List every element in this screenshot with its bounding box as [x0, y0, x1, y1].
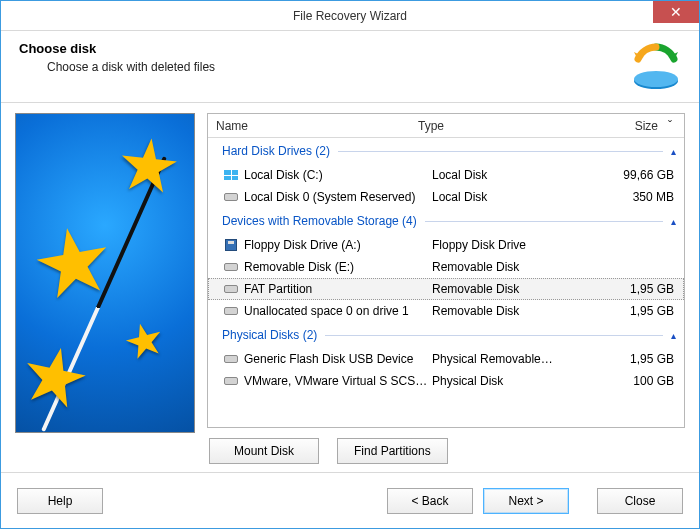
column-name[interactable]: Name: [208, 119, 418, 133]
disk-name: Local Disk 0 (System Reserved): [244, 190, 432, 204]
window-title: File Recovery Wizard: [293, 9, 407, 23]
disk-name: Floppy Disk Drive (A:): [244, 238, 432, 252]
disk-icon: [222, 190, 240, 204]
disk-panel: Name Type Size ˇ Hard Disk Drives (2)▴Lo…: [207, 113, 685, 464]
column-caret-icon: ˇ: [668, 119, 684, 133]
close-icon: ✕: [670, 4, 682, 20]
group-header[interactable]: Physical Disks (2)▴: [208, 322, 684, 348]
column-size[interactable]: Size: [558, 119, 668, 133]
wizard-header: Choose disk Choose a disk with deleted f…: [1, 31, 699, 103]
disk-row[interactable]: Floppy Disk Drive (A:)Floppy Disk Drive: [208, 234, 684, 256]
disk-size: 100 GB: [572, 374, 684, 388]
disk-name: Local Disk (C:): [244, 168, 432, 182]
wizard-body: ★ ★ ★ ★ Name Type Size ˇ Hard Disk Drive…: [1, 103, 699, 472]
disk-actions: Mount Disk Find Partitions: [207, 434, 685, 464]
wizard-illustration: ★ ★ ★ ★: [15, 113, 195, 433]
mount-disk-button[interactable]: Mount Disk: [209, 438, 319, 464]
chevron-up-icon: ▴: [671, 146, 676, 157]
disk-row[interactable]: Local Disk 0 (System Reserved)Local Disk…: [208, 186, 684, 208]
disk-name: Generic Flash Disk USB Device: [244, 352, 432, 366]
disk-type: Removable Disk: [432, 260, 572, 274]
help-button[interactable]: Help: [17, 488, 103, 514]
titlebar: File Recovery Wizard ✕: [1, 1, 699, 31]
group-label: Physical Disks (2): [222, 328, 317, 342]
grid-body[interactable]: Hard Disk Drives (2)▴Local Disk (C:)Loca…: [208, 138, 684, 427]
disk-icon: [222, 304, 240, 318]
disk-grid: Name Type Size ˇ Hard Disk Drives (2)▴Lo…: [207, 113, 685, 428]
disk-row[interactable]: Removable Disk (E:)Removable Disk: [208, 256, 684, 278]
group-header[interactable]: Devices with Removable Storage (4)▴: [208, 208, 684, 234]
disk-size: 99,66 GB: [572, 168, 684, 182]
floppy-icon: [222, 238, 240, 252]
group-header[interactable]: Hard Disk Drives (2)▴: [208, 138, 684, 164]
chevron-up-icon: ▴: [671, 216, 676, 227]
disk-name: Unallocated space 0 on drive 1: [244, 304, 432, 318]
group-label: Devices with Removable Storage (4): [222, 214, 417, 228]
disk-row[interactable]: VMware, VMware Virtual S SCS…Physical Di…: [208, 370, 684, 392]
find-partitions-button[interactable]: Find Partitions: [337, 438, 448, 464]
disk-row[interactable]: Generic Flash Disk USB DevicePhysical Re…: [208, 348, 684, 370]
app-logo-icon: [631, 41, 681, 91]
window-close-button[interactable]: ✕: [653, 1, 699, 23]
disk-type: Physical Removable…: [432, 352, 572, 366]
svg-point-1: [634, 71, 678, 87]
group-label: Hard Disk Drives (2): [222, 144, 330, 158]
back-button[interactable]: < Back: [387, 488, 473, 514]
disk-icon: [222, 282, 240, 296]
disk-row[interactable]: Local Disk (C:)Local Disk99,66 GB: [208, 164, 684, 186]
wizard-window: File Recovery Wizard ✕ Choose disk Choos…: [0, 0, 700, 529]
disk-size: 1,95 GB: [572, 304, 684, 318]
wizard-footer: Help < Back Next > Close: [1, 472, 699, 528]
grid-header: Name Type Size ˇ: [208, 114, 684, 138]
disk-icon: [222, 352, 240, 366]
chevron-up-icon: ▴: [671, 330, 676, 341]
disk-type: Physical Disk: [432, 374, 572, 388]
disk-type: Removable Disk: [432, 304, 572, 318]
disk-size: 1,95 GB: [572, 352, 684, 366]
page-subtitle: Choose a disk with deleted files: [47, 60, 681, 74]
disk-size: 350 MB: [572, 190, 684, 204]
local-icon: [222, 168, 240, 182]
disk-row[interactable]: FAT PartitionRemovable Disk1,95 GB: [208, 278, 684, 300]
disk-row[interactable]: Unallocated space 0 on drive 1Removable …: [208, 300, 684, 322]
disk-type: Local Disk: [432, 168, 572, 182]
page-title: Choose disk: [19, 41, 681, 56]
disk-name: VMware, VMware Virtual S SCS…: [244, 374, 432, 388]
disk-name: FAT Partition: [244, 282, 432, 296]
disk-type: Local Disk: [432, 190, 572, 204]
disk-type: Floppy Disk Drive: [432, 238, 572, 252]
disk-type: Removable Disk: [432, 282, 572, 296]
column-type[interactable]: Type: [418, 119, 558, 133]
disk-icon: [222, 374, 240, 388]
disk-icon: [222, 260, 240, 274]
close-button[interactable]: Close: [597, 488, 683, 514]
disk-size: 1,95 GB: [572, 282, 684, 296]
disk-name: Removable Disk (E:): [244, 260, 432, 274]
next-button[interactable]: Next >: [483, 488, 569, 514]
